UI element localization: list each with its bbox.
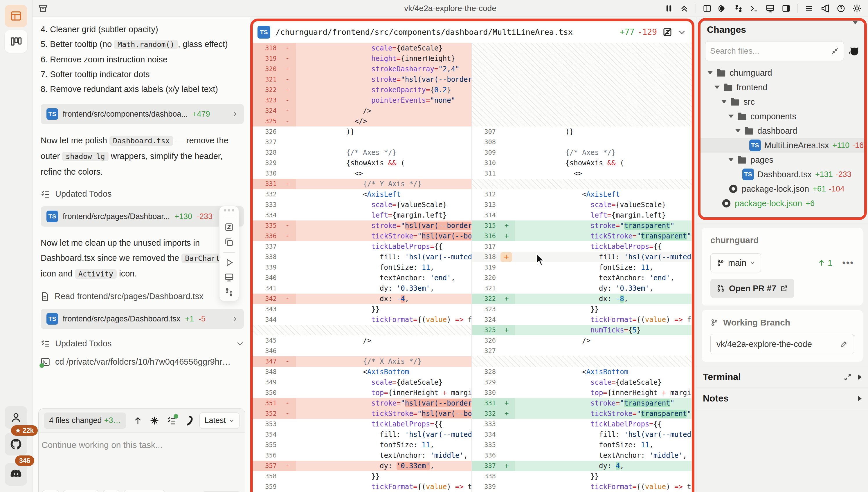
- notes-section-header[interactable]: Notes: [697, 388, 868, 409]
- tree-folder[interactable]: pages: [701, 153, 864, 167]
- diff-line: 314 left={margin.left}: [472, 210, 692, 220]
- git-compare-icon[interactable]: [734, 4, 743, 13]
- diff-row: 340 textAnchor: 'end',320 textAnchor: 'e…: [253, 273, 692, 283]
- version-select[interactable]: Latest: [200, 413, 239, 429]
- branch-select[interactable]: main: [710, 253, 761, 272]
- removed-count: -104: [829, 184, 844, 194]
- collapse-all-icon[interactable]: [680, 4, 688, 13]
- diff-line: 309 {/* Axes */}: [472, 147, 692, 158]
- tree-item-label: dashboard: [757, 126, 797, 136]
- diff-row: 351- stroke="hsl(var(--border))"331+ str…: [253, 398, 692, 409]
- terminal-command-row[interactable]: cd /private/var/folders/10/h7w0q46556ggr…: [41, 357, 244, 367]
- more-options-icon[interactable]: •••: [842, 258, 854, 268]
- kanban-icon: [10, 35, 22, 48]
- diff-line: 325+ numTicks={5}: [472, 325, 692, 335]
- discord-icon: [9, 468, 23, 481]
- menu-icon[interactable]: [805, 4, 814, 13]
- terminal-section-header[interactable]: Terminal: [697, 366, 868, 388]
- tree-folder[interactable]: components: [701, 109, 864, 124]
- tree-folder[interactable]: churnguard: [701, 66, 864, 80]
- diff-line: 330 top={innerHeight + margin: [472, 388, 692, 398]
- caret-down-icon[interactable]: [721, 100, 727, 103]
- read-file-row[interactable]: Read frontend/src/pages/Dashboard.tsx: [41, 292, 244, 301]
- tree-file[interactable]: package-lock.json+61-104: [701, 181, 864, 196]
- spark-icon[interactable]: [150, 416, 159, 425]
- file-diff-chip[interactable]: TS frontend/src/components/dashboa... +4…: [41, 104, 244, 124]
- removed-count: -162: [852, 141, 864, 150]
- todos-row[interactable]: Updated Todos: [41, 339, 244, 348]
- caret-down-icon[interactable]: [728, 115, 734, 118]
- changes-panel: Changes churnguardfrontendsrccomponentsd…: [698, 18, 867, 220]
- monitor-icon[interactable]: [766, 4, 775, 13]
- folder-icon: [744, 126, 754, 135]
- chevron-down-icon[interactable]: [678, 28, 686, 36]
- file-search[interactable]: [705, 41, 844, 61]
- fast-forward-button[interactable]: [103, 490, 120, 492]
- todos-row[interactable]: Updated Todos: [41, 189, 244, 199]
- github-button[interactable]: [5, 433, 27, 456]
- collapse-tree-icon[interactable]: [831, 47, 839, 55]
- tree-file[interactable]: TSMultiLineArea.tsx+110-162: [701, 138, 864, 153]
- git-compare-icon[interactable]: [225, 288, 234, 297]
- drag-handle-icon[interactable]: [224, 209, 234, 212]
- discord-button[interactable]: [5, 463, 27, 486]
- theme-contrast-icon[interactable]: [719, 4, 727, 13]
- ts-icon: TS: [46, 211, 58, 222]
- message-input[interactable]: Continue working on this task...: [39, 433, 245, 450]
- diff-line: 323- pointerEvents="none": [253, 95, 471, 105]
- settings-gear-icon[interactable]: [852, 4, 862, 13]
- files-changed-chip[interactable]: 4 files changed +3…: [44, 413, 126, 429]
- expand-icon[interactable]: [844, 373, 852, 381]
- chevron-down-icon[interactable]: [236, 340, 244, 347]
- tree-file[interactable]: TSDashboard.tsx+131-233: [701, 167, 864, 181]
- tree-file[interactable]: package-lock.json+6: [701, 196, 864, 211]
- tree-folder[interactable]: frontend: [701, 80, 864, 95]
- open-pr-button[interactable]: Open PR #7: [710, 279, 794, 298]
- diff-row: 333 scale={valueScale}313 scale={valueSc…: [253, 200, 692, 210]
- cat-icon[interactable]: [848, 45, 860, 57]
- add-comment-button[interactable]: +: [500, 252, 512, 262]
- diff-line: 328 <AxisBottom: [472, 367, 692, 377]
- terminal-icon[interactable]: [750, 4, 758, 13]
- caret-down-icon[interactable]: [728, 158, 734, 162]
- mode-select[interactable]: Default: [124, 490, 165, 492]
- annotate-icon[interactable]: [224, 222, 234, 232]
- model-select[interactable]: Opus: [63, 490, 99, 492]
- diff-row: 325- </>: [253, 116, 692, 126]
- caret-down-icon[interactable]: [707, 71, 713, 75]
- diff-line: 344 tickFormat={(value) => f: [253, 315, 471, 325]
- diff-row: 352- tickStroke="hsl(var(--border))"332+…: [253, 409, 692, 419]
- working-branch-input[interactable]: vk/4e2a-explore-the-code: [710, 334, 854, 354]
- changes-section-header[interactable]: Changes: [701, 21, 864, 39]
- annotate-icon[interactable]: [662, 27, 673, 38]
- tree-folder[interactable]: dashboard: [701, 124, 864, 138]
- caret-down-icon[interactable]: [735, 129, 741, 132]
- scroll-up-icon[interactable]: [134, 416, 142, 425]
- diff-line: [472, 105, 692, 116]
- search-input[interactable]: [710, 46, 831, 56]
- caret-down-icon[interactable]: [714, 85, 720, 89]
- file-diff-chip[interactable]: TS frontend/src/pages/Dashboard.tsx +1 -…: [41, 309, 244, 329]
- panel-left-icon[interactable]: [703, 4, 711, 13]
- copy-icon[interactable]: [224, 237, 234, 247]
- play-icon[interactable]: [225, 258, 234, 267]
- git-branch-icon: [717, 259, 725, 267]
- board-view-button[interactable]: [5, 30, 27, 53]
- layout-view-button[interactable]: [5, 5, 27, 27]
- tree-folder[interactable]: src: [701, 95, 864, 109]
- pencil-icon[interactable]: [840, 340, 848, 348]
- pause-icon[interactable]: [665, 4, 673, 13]
- todo-list-icon[interactable]: [167, 416, 177, 425]
- settings-sliders-button[interactable]: [42, 490, 59, 492]
- announcements-icon[interactable]: [820, 4, 830, 13]
- triangle-right-icon: [858, 374, 862, 380]
- diff-row: 337 tickLabelProps={{317 tickLabelProps=…: [253, 241, 692, 252]
- panel-right-icon[interactable]: [782, 4, 791, 13]
- diff-line: 342- dx: -4,: [253, 294, 471, 304]
- tree-item-label: pages: [750, 155, 773, 165]
- monitor-icon[interactable]: [224, 272, 234, 282]
- help-icon[interactable]: [837, 4, 845, 13]
- external-link-icon: [780, 285, 788, 292]
- file-diff-chip[interactable]: TS frontend/src/pages/Dashboar... +130 -…: [41, 206, 244, 226]
- diff-row: 358 }}338 }}: [253, 471, 692, 482]
